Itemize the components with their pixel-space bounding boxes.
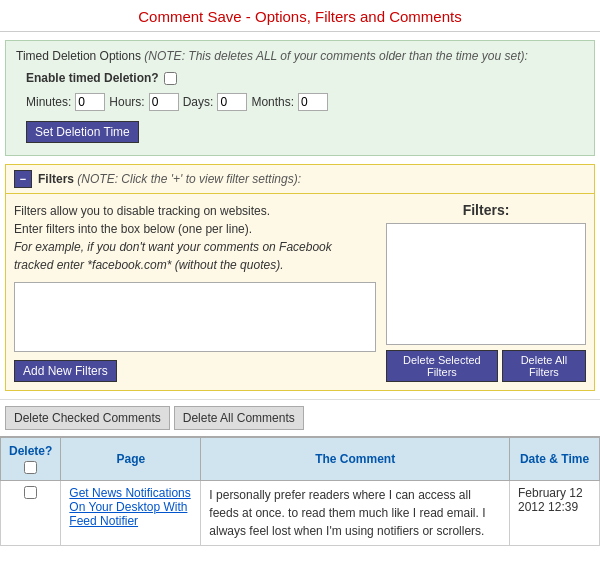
comments-table: Delete? Page The Comment Date & Time Get… (0, 436, 600, 546)
comment-action-bar: Delete Checked Comments Delete All Comme… (0, 399, 600, 436)
set-deletion-button[interactable]: Set Deletion Time (26, 121, 139, 143)
days-label: Days: (183, 95, 214, 109)
timed-deletion-section: Timed Deletion Options (NOTE: This delet… (5, 40, 595, 156)
timed-deletion-note: (NOTE: This deletes ALL of your comments… (144, 49, 528, 63)
row-datetime-cell: February 12 2012 12:39 (510, 481, 600, 546)
filters-description: Filters allow you to disable tracking on… (14, 202, 376, 274)
months-input[interactable] (298, 93, 328, 111)
timed-deletion-title: Timed Deletion Options (NOTE: This delet… (16, 49, 584, 63)
filters-toggle-button[interactable]: − (14, 170, 32, 188)
filters-header: − Filters (NOTE: Click the '+' to view f… (6, 165, 594, 194)
col-header-comment: The Comment (201, 437, 510, 481)
filters-right: Filters: Delete Selected Filters Delete … (386, 202, 586, 382)
page-link[interactable]: Get News Notifications On Your Desktop W… (69, 486, 190, 528)
row-page-cell: Get News Notifications On Your Desktop W… (61, 481, 201, 546)
delete-checkbox-header: Delete? (9, 444, 52, 474)
select-all-checkbox[interactable] (24, 461, 37, 474)
filters-right-title: Filters: (386, 202, 586, 218)
row-delete-cell (1, 481, 61, 546)
hours-input[interactable] (149, 93, 179, 111)
minutes-input[interactable] (75, 93, 105, 111)
enable-timed-checkbox[interactable] (164, 72, 177, 85)
enable-timed-row: Enable timed Deletion? (26, 71, 584, 85)
row-comment-cell: I personally prefer readers where I can … (201, 481, 510, 546)
filters-list-box[interactable] (386, 223, 586, 345)
filters-right-buttons: Delete Selected Filters Delete All Filte… (386, 350, 586, 382)
table-row: Get News Notifications On Your Desktop W… (1, 481, 600, 546)
filters-section: − Filters (NOTE: Click the '+' to view f… (5, 164, 595, 391)
delete-all-comments-button[interactable]: Delete All Comments (174, 406, 304, 430)
add-filters-button[interactable]: Add New Filters (14, 360, 117, 382)
delete-selected-filters-button[interactable]: Delete Selected Filters (386, 350, 498, 382)
table-header-row: Delete? Page The Comment Date & Time (1, 437, 600, 481)
delete-all-filters-button[interactable]: Delete All Filters (502, 350, 586, 382)
filters-left: Filters allow you to disable tracking on… (14, 202, 376, 382)
page-title: Comment Save - Options, Filters and Comm… (0, 0, 600, 32)
minutes-label: Minutes: (26, 95, 71, 109)
days-input[interactable] (217, 93, 247, 111)
delete-checked-comments-button[interactable]: Delete Checked Comments (5, 406, 170, 430)
filters-body: Filters allow you to disable tracking on… (6, 194, 594, 390)
filters-header-label: Filters (NOTE: Click the '+' to view fil… (38, 172, 301, 186)
hours-label: Hours: (109, 95, 144, 109)
filters-header-note: (NOTE: Click the '+' to view filter sett… (77, 172, 301, 186)
enable-timed-label: Enable timed Deletion? (26, 71, 159, 85)
col-header-delete: Delete? (1, 437, 61, 481)
months-label: Months: (251, 95, 294, 109)
col-header-page: Page (61, 437, 201, 481)
row-checkbox[interactable] (24, 486, 37, 499)
col-header-datetime: Date & Time (510, 437, 600, 481)
filters-textarea[interactable] (14, 282, 376, 352)
time-inputs-row: Minutes: Hours: Days: Months: (26, 93, 584, 111)
